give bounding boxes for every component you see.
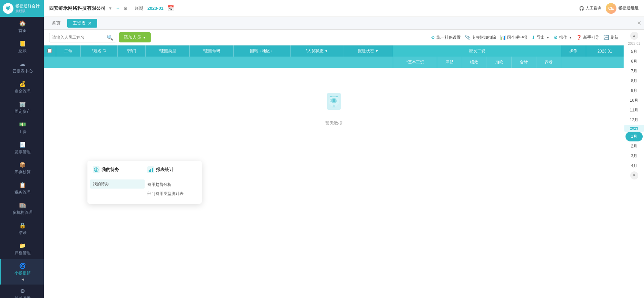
export-button[interactable]: ⬇ 导出 ▼ — [531, 35, 550, 40]
tax-icon: 📋 — [19, 182, 26, 188]
table-subheader-performance: 绩效 — [462, 57, 487, 68]
date-up-nav[interactable]: ▲ — [630, 32, 638, 40]
table-header-country: 国籍（地区） — [233, 45, 290, 57]
sidebar-item-archive[interactable]: 📁 归档管理 — [0, 239, 44, 259]
invoice-icon: 🧾 — [19, 141, 26, 148]
date-month-12[interactable]: 12月 — [624, 115, 644, 125]
social-insurance-button[interactable]: ⚙ 统一社保设置 — [431, 35, 461, 40]
report-col-icon — [147, 166, 154, 173]
company-dropdown-icon[interactable]: ▼ — [108, 6, 112, 11]
sidebar-item-tax[interactable]: 📋 税务管理 — [0, 178, 44, 199]
table-header-id-type: *证照类型 — [145, 45, 189, 57]
archive-icon: 📁 — [19, 242, 26, 249]
date-month-3[interactable]: 3月 — [624, 151, 644, 161]
guide-button[interactable]: ❓ 新手引导 — [576, 35, 599, 40]
sidebar-item-multi[interactable]: 🏬 多机构管理 — [0, 199, 44, 219]
customer-service-button[interactable]: 🎧 人工咨询 — [579, 5, 602, 11]
tax-report-icon: 📊 — [500, 35, 506, 40]
salary-table: 工号 *姓名 ⇅ *部门 *证照类型 *证照号码 国籍（地区） *人员状态 ▼ … — [44, 45, 624, 68]
popup-report-item-1[interactable]: 费用趋势分析 — [147, 180, 196, 189]
sidebar-item-home[interactable]: 🏠 首页 — [0, 17, 44, 37]
operation-icon: ⚙ — [554, 35, 558, 40]
sidebar-item-inventory[interactable]: 📦 库存核算 — [0, 158, 44, 178]
table-header-id: 工号 — [56, 45, 81, 57]
operation-caret-icon: ▼ — [569, 36, 572, 39]
special-deduction-button[interactable]: 📎 专项附加扣除 — [465, 35, 496, 40]
search-box[interactable]: 🔍 — [49, 33, 116, 42]
date-month-10[interactable]: 10月 — [624, 96, 644, 105]
sidebar-item-settings[interactable]: ⚙ 基础设置 — [0, 285, 44, 298]
headset-icon: 🎧 — [579, 6, 584, 11]
sidebar-item-salary[interactable]: 💵 工资 — [0, 118, 44, 138]
date-month-7[interactable]: 7月 — [624, 66, 644, 76]
date-panel: ▲ 2023.01 5月 6月 7月 8月 9月 10月 11月 12月 202… — [624, 30, 644, 298]
table-subheader-deduction: 扣款 — [487, 57, 512, 68]
ledger-icon: 📒 — [19, 40, 26, 47]
table-header-operations: 操作 — [561, 45, 586, 57]
date-down-nav[interactable]: ▼ — [630, 171, 638, 179]
search-icon: 🔍 — [107, 34, 113, 41]
close-ledger-icon: 🔒 — [19, 222, 26, 229]
popup-cols: 我的待办 我的待办 报表统计 — [93, 166, 196, 198]
date-month-6[interactable]: 6月 — [624, 57, 644, 66]
user-profile[interactable]: CE 畅捷通组组 — [606, 3, 639, 14]
calendar-icon[interactable]: 📅 — [167, 5, 174, 11]
date-month-1[interactable]: 1月 — [626, 132, 643, 141]
table-subheader-total: 合计 — [512, 57, 536, 68]
operation-button[interactable]: ⚙ 操作 ▼ — [554, 35, 572, 40]
tab-bar-close[interactable]: ✕ — [637, 20, 641, 26]
add-person-button[interactable]: 添加人员 ▼ — [119, 32, 151, 42]
sidebar-item-label: 资金管理 — [14, 89, 31, 94]
salary-icon: 💵 — [19, 121, 26, 128]
header-actions: 🎧 人工咨询 CE 畅捷通组组 — [579, 3, 639, 14]
search-input[interactable] — [52, 35, 105, 40]
multi-icon: 🏬 — [19, 202, 26, 208]
todo-col-icon — [93, 166, 100, 173]
refresh-button[interactable]: 🔄 刷新 — [603, 35, 618, 40]
popup-todo-item[interactable]: 我的待办 — [90, 179, 145, 189]
tab-home[interactable]: 首页 — [46, 19, 66, 28]
table-subheader-pension: 养老 — [536, 57, 561, 68]
sidebar-item-assets[interactable]: 🏢 固定资产 — [0, 98, 44, 118]
popup-col-report-header: 报表统计 — [147, 166, 196, 176]
guide-toolbar-icon: ❓ — [576, 35, 582, 40]
table-header-dept: *部门 — [117, 45, 145, 57]
expand-icon: ◀ — [22, 277, 24, 281]
settings-company-icon[interactable]: ⚙ — [123, 6, 128, 11]
refresh-icon: 🔄 — [603, 35, 609, 40]
sidebar-item-ledger[interactable]: 📒 总账 — [0, 37, 44, 57]
table-header-status: *人员状态 ▼ — [291, 45, 343, 57]
home-icon: 🏠 — [19, 20, 26, 27]
date-month-8[interactable]: 8月 — [624, 76, 644, 86]
select-all-checkbox[interactable] — [47, 48, 52, 53]
add-company-button[interactable]: + — [116, 5, 119, 11]
deduction-icon: 📎 — [465, 35, 470, 40]
sidebar-item-finance[interactable]: 💰 资金管理 — [0, 77, 44, 98]
sidebar-nav: 🏠 首页 📒 总账 ☁ 云报表中心 💰 资金管理 🏢 固定资产 💵 工资 🧾 发… — [0, 17, 44, 298]
date-month-5[interactable]: 5月 — [624, 47, 644, 57]
popup-report-item-2[interactable]: 部门费用类型统计表 — [147, 189, 196, 198]
sidebar-item-label: 多机构管理 — [12, 210, 33, 216]
tax-report-button[interactable]: 📊 国个税申报 — [500, 35, 527, 40]
table-header-id-num: *证照号码 — [189, 45, 233, 57]
social-icon: ⚙ — [431, 35, 435, 40]
tab-close-icon[interactable]: ✕ — [88, 21, 92, 26]
tab-bar: 首页 工资表 ✕ ✕ — [44, 17, 644, 30]
popup-col-todo-header: 我的待办 — [93, 166, 142, 176]
sidebar-item-label: 云报表中心 — [12, 68, 33, 74]
date-month-4[interactable]: 4月 — [624, 161, 644, 171]
sidebar-item-invoice[interactable]: 🧾 发票管理 — [0, 138, 44, 158]
popup-col-todo: 我的待办 我的待办 — [93, 166, 142, 198]
table-header-checkbox[interactable] — [44, 45, 56, 57]
tab-salary[interactable]: 工资表 ✕ — [67, 19, 97, 28]
toolbar: 🔍 添加人员 ▼ ⚙ 统一社保设置 📎 专项附加扣除 — [44, 30, 624, 45]
sidebar-item-report[interactable]: ☁ 云报表中心 — [0, 57, 44, 77]
sidebar-item-close[interactable]: 🔒 结账 — [0, 219, 44, 239]
date-month-11[interactable]: 11月 — [624, 105, 644, 115]
avatar: CE — [606, 3, 616, 14]
date-month-2[interactable]: 2月 — [624, 141, 644, 151]
app-logo: 畅 畅捷通好会计 旗舰版 — [0, 0, 44, 17]
sidebar-item-xiaochange[interactable]: 🌀 小畅报销 ◀ — [0, 259, 44, 285]
table-header-salary: 应发工资 — [393, 45, 561, 57]
date-month-9[interactable]: 9月 — [624, 86, 644, 96]
